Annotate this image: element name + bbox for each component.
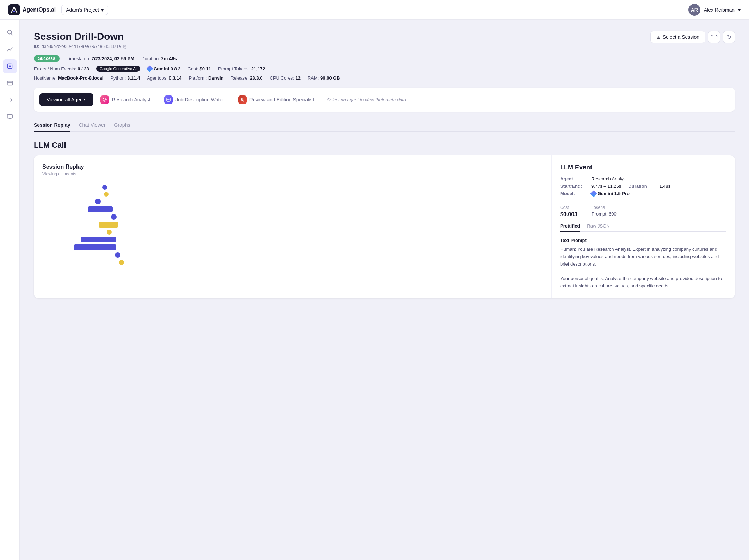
llm-replay-panel: Session Replay Viewing all agents: [34, 155, 552, 298]
copy-icon[interactable]: ⎘: [123, 44, 126, 49]
user-name: Alex Reibman: [704, 7, 735, 13]
sidebar-item-analytics[interactable]: [3, 42, 17, 56]
svg-rect-0: [8, 4, 20, 15]
svg-point-1: [13, 10, 15, 12]
gemini-diamond-icon: [146, 65, 153, 72]
sidebar-item-agents[interactable]: [3, 59, 17, 73]
refresh-button[interactable]: ↻: [723, 31, 735, 43]
event-tab-prettified[interactable]: Prettified: [560, 220, 580, 232]
tl-bar-yellow-1: [99, 222, 118, 228]
chevron-up-icon: ⌃⌃: [710, 34, 719, 41]
python-label: Python:: [110, 75, 126, 81]
event-tab-raw-json[interactable]: Raw JSON: [587, 220, 609, 232]
sidebar-item-sessions[interactable]: [3, 76, 17, 90]
text-prompt-label: Text Prompt: [560, 238, 726, 243]
chevron-down-icon: ▾: [101, 7, 104, 13]
errors-item: Errors / Num Events: 0 / 23: [34, 66, 89, 71]
research-analyst-icon: [100, 95, 109, 104]
res-label: Review and Editing Specialist: [249, 97, 314, 102]
event-model-row: Model: Gemini 1.5 Pro: [560, 191, 726, 196]
svg-point-10: [103, 98, 106, 101]
header-actions: ⊞ Select a Session ⌃⌃ ↻: [650, 31, 735, 43]
release-item: Release: 23.3.0: [230, 75, 262, 81]
event-duration-value: 1.48s: [659, 183, 670, 189]
timeline: [42, 185, 543, 265]
topnav: AgentOps.ai Adam's Project ▾ AR Alex Rei…: [0, 0, 749, 20]
hostname-label: HostName:: [34, 75, 57, 81]
tl-row-8: [81, 237, 543, 242]
tab-session-replay[interactable]: Session Replay: [34, 119, 70, 132]
grid-icon: ⊞: [656, 34, 661, 40]
prompt-tokens-count: 600: [609, 211, 617, 217]
agent-tab-res[interactable]: Review and Editing Specialist: [231, 92, 321, 107]
collapse-button[interactable]: ⌃⌃: [708, 31, 720, 43]
page-header: Session Drill-Down ID: d3b86b2c-f930-4d1…: [34, 31, 735, 49]
tl-row-11: [119, 260, 543, 265]
agent-tab-research-analyst[interactable]: Research Analyst: [93, 92, 157, 107]
platform-label: Platform:: [188, 75, 207, 81]
tl-dot-blue-1: [102, 185, 107, 190]
session-id-label: ID:: [34, 44, 39, 49]
llm-card: Session Replay Viewing all agents: [34, 155, 735, 298]
python-value: 3.11.4: [127, 75, 140, 81]
layout: Session Drill-Down ID: d3b86b2c-f930-4d1…: [0, 20, 749, 560]
sidebar-item-flows[interactable]: [3, 93, 17, 107]
event-model-label: Model:: [560, 191, 588, 196]
tab-chat-viewer[interactable]: Chat Viewer: [79, 119, 106, 132]
event-startend-value: 9.77s – 11.25s: [591, 183, 621, 189]
event-startend-label: Start/End:: [560, 183, 588, 189]
event-startend-row: Start/End: 9.77s – 11.25s Duration: 1.48…: [560, 183, 726, 189]
tl-row-4: [88, 206, 543, 212]
tl-dot-yellow-2: [107, 230, 112, 235]
main-content: Session Drill-Down ID: d3b86b2c-f930-4d1…: [20, 20, 749, 560]
viewing-all-label: Viewing all Agents: [47, 97, 86, 102]
prompt-tokens-label: Prompt Tokens:: [218, 66, 250, 71]
tokens-block: Tokens Prompt: 600: [592, 205, 617, 218]
project-name: Adam's Project: [66, 7, 99, 13]
release-value: 23.3.0: [250, 75, 262, 81]
agent-meta-text: Select an agent to view their meta data: [321, 93, 411, 107]
cost-block-value: $0.003: [560, 211, 577, 218]
svg-point-5: [9, 65, 11, 67]
sidebar-item-chat[interactable]: [3, 110, 17, 124]
user-chevron-icon: ▾: [738, 7, 741, 13]
logo-text: AgentOps.ai: [23, 7, 56, 13]
tl-row-3: [95, 199, 543, 204]
session-id-row: ID: d3b86b2c-f930-4d17-aee7-674e6858371e…: [34, 44, 126, 49]
logo: AgentOps.ai: [8, 4, 56, 15]
meta-row-2: Errors / Num Events: 0 / 23 Google Gener…: [34, 66, 735, 72]
tl-dot-yellow-1: [104, 192, 109, 197]
event-agent-row: Agent: Research Analyst: [560, 176, 726, 181]
llm-event-title: LLM Event: [560, 164, 726, 171]
event-model-badge: Gemini 1.5 Pro: [591, 191, 630, 196]
agents-bar: Viewing all Agents Research Analyst Job …: [34, 88, 735, 112]
avatar: AR: [688, 4, 700, 16]
res-icon: [238, 95, 247, 104]
agent-tab-jdw[interactable]: Job Description Writer: [157, 92, 231, 107]
llm-call-title: LLM Call: [34, 141, 735, 150]
tl-dot-yellow-3: [119, 260, 124, 265]
topnav-left: AgentOps.ai Adam's Project ▾: [8, 4, 108, 15]
select-session-button[interactable]: ⊞ Select a Session: [650, 31, 705, 43]
sidebar-item-search[interactable]: [3, 25, 17, 39]
event-duration-label: Duration:: [628, 183, 656, 189]
event-agent-label: Agent:: [560, 176, 588, 181]
ram-item: RAM: 96.00 GB: [308, 75, 340, 81]
topnav-right[interactable]: AR Alex Reibman ▾: [688, 4, 741, 16]
gemini-model-icon: [590, 190, 597, 197]
text-prompt-content: Human: You are Research Analyst. Expert …: [560, 246, 726, 290]
tl-row-9: [74, 244, 543, 250]
event-tabs: Prettified Raw JSON: [560, 220, 726, 232]
python-item: Python: 3.11.4: [110, 75, 140, 81]
research-analyst-label: Research Analyst: [112, 97, 150, 102]
meta-row-1: Success Timestamp: 7/23/2024, 03:59 PM D…: [34, 55, 735, 62]
jdw-label: Job Description Writer: [175, 97, 224, 102]
duration-label: Duration:: [141, 56, 160, 61]
ram-label: RAM:: [308, 75, 319, 81]
platform-item: Platform: Darwin: [188, 75, 223, 81]
agent-tab-all[interactable]: Viewing all Agents: [39, 93, 93, 106]
tab-graphs[interactable]: Graphs: [114, 119, 130, 132]
prompt-tokens-item: Prompt Tokens: 21,172: [218, 66, 265, 71]
project-selector[interactable]: Adam's Project ▾: [61, 5, 108, 15]
page-title-block: Session Drill-Down ID: d3b86b2c-f930-4d1…: [34, 31, 126, 49]
